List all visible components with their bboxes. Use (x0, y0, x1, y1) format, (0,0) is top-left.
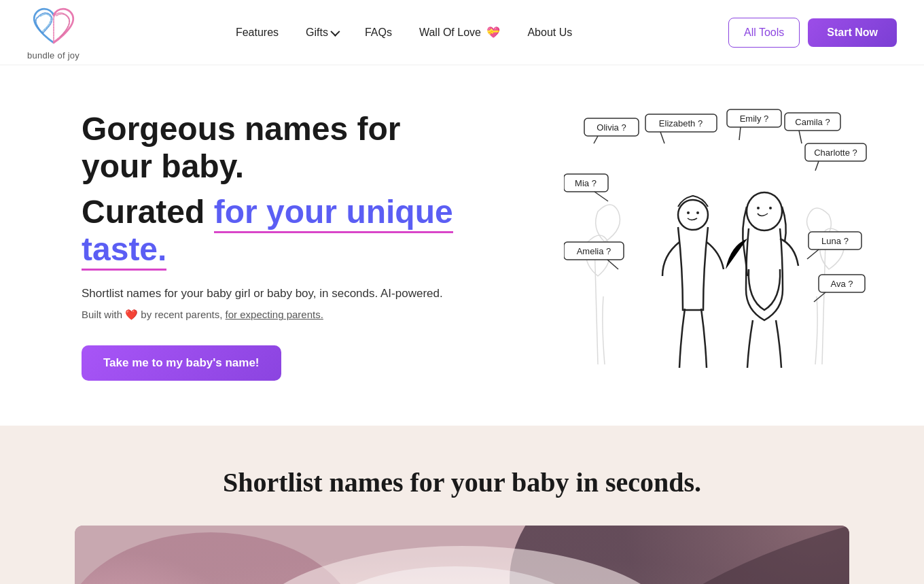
svg-text:Camila ?: Camila ? (795, 117, 830, 127)
svg-text:Charlotte ?: Charlotte ? (814, 148, 857, 158)
nav-link-wall-of-love[interactable]: Wall Of Love 💝 (419, 27, 500, 38)
hero-subtext: Shortlist names for your baby girl or ba… (82, 287, 476, 300)
svg-line-13 (660, 132, 664, 143)
svg-point-5 (769, 207, 772, 209)
svg-line-28 (607, 260, 618, 269)
svg-text:Ava ?: Ava ? (830, 279, 853, 289)
headline-prefix: Curated (82, 194, 214, 230)
hero-headline-1: Gorgeous names for your baby. (82, 110, 476, 185)
chevron-down-icon (330, 27, 340, 36)
svg-line-25 (594, 192, 608, 201)
pregnancy-photo (75, 526, 849, 584)
svg-text:Emily ?: Emily ? (740, 114, 769, 124)
svg-point-6 (687, 211, 690, 214)
nav-item-faqs[interactable]: FAQs (365, 27, 392, 39)
all-tools-button[interactable]: All Tools (728, 18, 800, 48)
hero-illustration-area: Olivia ? Elizabeth ? Emily ? Camila ? Ch… (564, 106, 870, 385)
svg-line-31 (807, 250, 819, 259)
logo-label: bundle of joy (27, 50, 79, 61)
photo-inner (75, 526, 849, 584)
svg-point-4 (757, 207, 760, 209)
svg-line-22 (815, 161, 819, 171)
navbar: bundle of joy Features Gifts FAQs Wall O… (0, 0, 924, 65)
hero-illustration: Olivia ? Elizabeth ? Emily ? Camila ? Ch… (564, 106, 870, 385)
hero-headline-2: Curated for your unique taste. (82, 193, 476, 268)
logo-heart-icon (30, 5, 77, 49)
svg-line-16 (739, 127, 741, 140)
svg-text:Luna ?: Luna ? (821, 236, 849, 246)
hero-section: Gorgeous names for your baby. Curated fo… (0, 65, 924, 426)
hero-built-text: Built with ❤️ by recent parents, for exp… (82, 309, 476, 321)
svg-line-10 (594, 136, 598, 143)
heart-emoji: ❤️ (125, 309, 138, 320)
wall-of-love-emoji: 💝 (486, 27, 500, 38)
nav-link-faqs[interactable]: FAQs (365, 27, 392, 38)
cta-button[interactable]: Take me to my baby's name! (82, 345, 281, 381)
nav-link-about-us[interactable]: About Us (527, 27, 572, 38)
nav-link-gifts[interactable]: Gifts (306, 27, 338, 39)
nav-link-features[interactable]: Features (236, 27, 279, 38)
svg-text:Mia ?: Mia ? (575, 178, 597, 188)
section-shortlist-headline: Shortlist names for your baby in seconds… (27, 466, 897, 498)
nav-actions: All Tools Start Now (728, 18, 897, 48)
nav-item-wall-of-love[interactable]: Wall Of Love 💝 (419, 26, 500, 39)
svg-point-3 (747, 192, 782, 230)
svg-point-2 (678, 200, 708, 230)
svg-text:Olivia ?: Olivia ? (597, 122, 626, 133)
start-now-button[interactable]: Start Now (808, 18, 897, 47)
svg-text:Amelia ?: Amelia ? (577, 246, 611, 256)
svg-line-1 (594, 242, 598, 364)
nav-item-about-us[interactable]: About Us (527, 27, 572, 39)
section-shortlist: Shortlist names for your baby in seconds… (0, 426, 924, 584)
photo-svg (75, 526, 849, 584)
nav-item-gifts[interactable]: Gifts (306, 27, 338, 39)
expecting-parents-link[interactable]: for expecting parents. (226, 309, 323, 320)
logo[interactable]: bundle of joy (27, 5, 79, 61)
hero-content: Gorgeous names for your baby. Curated fo… (82, 110, 476, 381)
svg-line-19 (799, 131, 802, 143)
svg-text:Elizabeth ?: Elizabeth ? (659, 118, 703, 128)
nav-links: Features Gifts FAQs Wall Of Love 💝 About… (236, 26, 572, 39)
svg-point-7 (696, 211, 699, 214)
nav-item-features[interactable]: Features (236, 27, 279, 39)
